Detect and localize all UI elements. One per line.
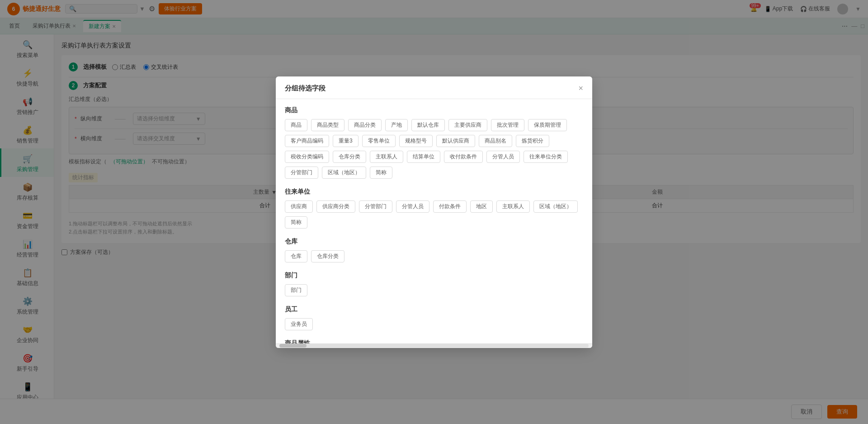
hscroll-track[interactable] <box>279 344 589 348</box>
section-warehouse: 仓库 仓库仓库分类 <box>285 238 583 262</box>
field-tag-默认供应商[interactable]: 默认供应商 <box>436 135 475 147</box>
section-partner: 往来单位 供应商供应商分类分管部门分管人员付款条件地区主联系人区域（地区）简称 <box>285 188 583 229</box>
field-tag-地区[interactable]: 地区 <box>470 200 493 213</box>
section-warehouse-title: 仓库 <box>285 238 583 246</box>
field-tag-供应商[interactable]: 供应商 <box>285 200 313 213</box>
field-tag-产地[interactable]: 产地 <box>385 119 408 131</box>
modal-overlay: 分组待选字段 × 商品 商品商品类型商品分类产地默认仓库主要供应商批次管理保质期… <box>0 0 868 424</box>
field-tag-仓库分类[interactable]: 仓库分类 <box>333 151 366 163</box>
section-partner-tags: 供应商供应商分类分管部门分管人员付款条件地区主联系人区域（地区）简称 <box>285 200 583 229</box>
field-tag-分管部门[interactable]: 分管部门 <box>359 200 392 213</box>
section-employee-title: 员工 <box>285 305 583 314</box>
field-tag-分管人员[interactable]: 分管人员 <box>486 151 520 163</box>
field-tag-往来单位分类[interactable]: 往来单位分类 <box>524 151 568 163</box>
field-tag-简称[interactable]: 简称 <box>285 216 307 229</box>
field-tag-批次管理[interactable]: 批次管理 <box>491 119 524 131</box>
field-tag-业务员[interactable]: 业务员 <box>285 318 313 330</box>
section-department-title: 部门 <box>285 272 583 280</box>
field-tag-重量3[interactable]: 重量3 <box>333 135 359 147</box>
field-tag-结算单位[interactable]: 结算单位 <box>407 151 440 163</box>
field-tag-主要供应商[interactable]: 主要供应商 <box>448 119 487 131</box>
hscroll-thumb[interactable] <box>279 344 307 348</box>
field-tag-分管人员[interactable]: 分管人员 <box>396 200 429 213</box>
section-product-attr: 商品属性 属性颜色多规格尺码鞋码1 <box>285 339 583 343</box>
dialog-close-btn[interactable]: × <box>578 84 583 93</box>
section-warehouse-tags: 仓库仓库分类 <box>285 250 583 262</box>
section-goods: 商品 商品商品类型商品分类产地默认仓库主要供应商批次管理保质期管理客户商品编码重… <box>285 106 583 179</box>
section-employee-tags: 业务员 <box>285 318 583 330</box>
field-tag-商品类型[interactable]: 商品类型 <box>311 119 344 131</box>
field-tag-规格型号[interactable]: 规格型号 <box>399 135 433 147</box>
field-tag-默认仓库[interactable]: 默认仓库 <box>411 119 445 131</box>
field-tag-主联系人[interactable]: 主联系人 <box>370 151 403 163</box>
field-selector-dialog: 分组待选字段 × 商品 商品商品类型商品分类产地默认仓库主要供应商批次管理保质期… <box>276 76 592 348</box>
field-tag-炼货积分[interactable]: 炼货积分 <box>516 135 549 147</box>
field-tag-主联系人[interactable]: 主联系人 <box>496 200 530 213</box>
field-tag-税收分类编码[interactable]: 税收分类编码 <box>285 151 329 163</box>
section-goods-title: 商品 <box>285 106 583 114</box>
dialog-hscrollbar[interactable] <box>276 343 592 348</box>
field-tag-分管部门[interactable]: 分管部门 <box>285 167 318 179</box>
field-tag-零售单位[interactable]: 零售单位 <box>362 135 396 147</box>
field-tag-简称[interactable]: 简称 <box>370 167 392 179</box>
field-tag-仓库分类[interactable]: 仓库分类 <box>311 250 344 262</box>
field-tag-商品别名[interactable]: 商品别名 <box>479 135 512 147</box>
section-goods-tags: 商品商品类型商品分类产地默认仓库主要供应商批次管理保质期管理客户商品编码重量3零… <box>285 119 583 179</box>
field-tag-供应商分类[interactable]: 供应商分类 <box>316 200 355 213</box>
field-tag-仓库[interactable]: 仓库 <box>285 250 307 262</box>
field-tag-区域（地区）[interactable]: 区域（地区） <box>322 167 366 179</box>
section-department: 部门 部门 <box>285 272 583 296</box>
section-product-attr-title: 商品属性 <box>285 339 583 343</box>
section-department-tags: 部门 <box>285 284 583 296</box>
field-tag-商品[interactable]: 商品 <box>285 119 307 131</box>
section-employee: 员工 业务员 <box>285 305 583 330</box>
field-tag-收付款条件[interactable]: 收付款条件 <box>444 151 483 163</box>
field-tag-区域（地区）[interactable]: 区域（地区） <box>533 200 578 213</box>
field-tag-付款条件[interactable]: 付款条件 <box>433 200 467 213</box>
section-partner-title: 往来单位 <box>285 188 583 196</box>
field-tag-部门[interactable]: 部门 <box>285 284 307 296</box>
dialog-title: 分组待选字段 <box>285 84 326 93</box>
field-tag-客户商品编码[interactable]: 客户商品编码 <box>285 135 329 147</box>
field-tag-商品分类[interactable]: 商品分类 <box>348 119 382 131</box>
dialog-body: 商品 商品商品类型商品分类产地默认仓库主要供应商批次管理保质期管理客户商品编码重… <box>276 99 592 343</box>
field-tag-保质期管理[interactable]: 保质期管理 <box>528 119 567 131</box>
dialog-header: 分组待选字段 × <box>276 76 592 99</box>
